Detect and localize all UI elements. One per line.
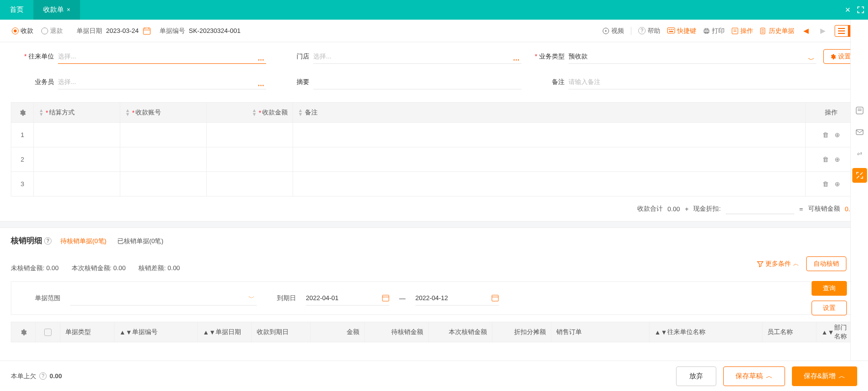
menu-icon[interactable]: ⋯ [258,78,264,93]
amt-unwrite: 未核销金额: 0.00 [11,264,59,273]
delete-icon[interactable]: 🗑 [822,180,829,188]
th-amount[interactable]: ▲▼*收款金额 [207,103,293,122]
menu-icon[interactable]: ⋯ [513,53,519,67]
top-tab-bar: 首页 收款单× × [0,0,868,20]
next-doc-icon[interactable]: ▶ [818,27,828,34]
table-row[interactable]: 3 🗑⊕ [11,171,857,196]
settlement-table: ▲▼*结算方式 ▲▼*收款账号 ▲▼*收款金额 ▲▼备注 操作 1 🗑⊕ 2 🗑… [11,102,857,196]
chevron-down-icon[interactable]: ﹀ [808,53,814,67]
table-gear-icon[interactable] [11,103,34,122]
dth-unit[interactable]: ▲▼往来单位名称 [650,322,762,342]
doc-date-label: 单据日期 [77,27,102,35]
tab-receipt[interactable]: 收款单× [33,0,80,20]
save-new-button[interactable]: 保存&新增︿ [792,366,857,386]
add-row-icon[interactable]: ⊕ [835,131,840,139]
fullscreen-icon[interactable] [857,6,864,13]
dth-date[interactable]: ▲▼单据日期 [198,322,252,342]
store-label: 门店 [266,52,313,61]
prev-doc-icon[interactable]: ◀ [801,27,811,34]
discard-button[interactable]: 放弃 [676,366,716,386]
store-input[interactable]: 选择...⋯ [313,49,521,64]
svg-rect-5 [673,29,674,30]
history-link[interactable]: 历史单据 [760,27,794,35]
tab-done[interactable]: 已核销单据(0笔) [117,237,163,246]
detail-gear-icon[interactable] [11,322,36,342]
rail-expand-icon[interactable] [852,168,867,183]
salesman-label: 业务员 [11,78,58,86]
writeoff-title: 核销明细? [11,236,52,246]
close-icon[interactable]: × [67,6,70,13]
query-button[interactable]: 查询 [812,281,847,296]
svg-rect-16 [856,130,863,135]
side-rail [850,20,868,361]
filter-box: 单据范围 ﹀ 到期日 2022-04-01 — 2022-04-12 查询 设置 [11,281,857,315]
date-to-input[interactable]: 2022-04-12 [415,291,499,306]
dth-emp[interactable]: 员工名称 [762,322,816,342]
table-row[interactable]: 2 🗑⊕ [11,147,857,171]
th-remark[interactable]: ▲▼备注 [293,103,806,122]
doc-header: 收款 退款 单据日期 2023-03-24 单据编号 SK-20230324-0… [0,20,868,42]
range-label: 单据范围 [21,294,60,303]
video-link[interactable]: 视频 [602,27,624,35]
summary-input[interactable] [313,75,521,89]
radio-refund[interactable]: 退款 [41,27,63,35]
dth-no[interactable]: ▲▼单据编号 [114,322,198,342]
date-from-input[interactable]: 2022-04-01 [306,291,389,306]
dth-type[interactable]: 单据类型 [60,322,114,342]
help-link[interactable]: ?帮助 [638,27,660,35]
add-row-icon[interactable]: ⊕ [835,180,840,188]
svg-rect-2 [668,28,675,33]
chevron-down-icon[interactable]: ﹀ [248,294,255,303]
dth-this[interactable]: 本次核销金额 [429,322,492,342]
range-select[interactable]: ﹀ [70,291,257,306]
radio-receive[interactable]: 收款 [12,27,33,35]
doc-no-value: SK-20230324-001 [189,27,241,34]
biztype-input[interactable]: 预收款 ﹀ [569,49,816,64]
dth-disc[interactable]: 折扣分摊额 [492,322,551,342]
calendar-icon[interactable] [143,27,151,35]
remark-input[interactable]: 请输入备注 [569,75,857,89]
help-icon[interactable]: ? [44,237,52,245]
calendar-icon[interactable] [382,294,389,302]
tab-pending[interactable]: 待核销单据(0笔) [60,237,107,246]
delete-icon[interactable]: 🗑 [822,131,829,139]
salesman-input[interactable]: 选择...⋯ [58,75,266,89]
th-settle[interactable]: ▲▼*结算方式 [34,103,120,122]
svg-rect-3 [669,29,670,30]
more-conditions[interactable]: 更多条件︿ [757,259,799,268]
rail-note-icon[interactable] [852,103,867,118]
svg-rect-13 [382,295,389,301]
save-draft-button[interactable]: 保存草稿︿ [723,366,785,386]
operate-link[interactable]: 操作 [732,27,753,35]
filter-settings-button[interactable]: 设置 [812,301,847,315]
dth-pending[interactable]: 待核销金额 [365,322,429,342]
discount-input[interactable] [726,203,794,214]
rail-msg-icon[interactable] [852,125,867,140]
sum-value: 0.00 [668,205,680,213]
tab-home[interactable]: 首页 [0,0,33,20]
doc-date-value[interactable]: 2023-03-24 [106,27,139,34]
view-list-icon[interactable] [835,26,848,36]
print-link[interactable]: 打印 [703,27,725,35]
th-acct[interactable]: ▲▼*收款账号 [120,103,207,122]
unit-input[interactable]: 选择...⋯ [58,49,266,64]
calendar-icon[interactable] [491,294,499,302]
help-icon[interactable]: ? [39,372,47,380]
select-all-checkbox[interactable] [44,329,52,336]
menu-icon[interactable]: ⋯ [258,53,264,67]
auto-writeoff-button[interactable]: 自动核销 [806,256,846,271]
delete-icon[interactable]: 🗑 [822,156,829,163]
dth-amt[interactable]: 金额 [311,322,365,342]
chevron-up-icon: ︿ [839,372,845,381]
amt-diff: 核销差额: 0.00 [138,264,180,273]
summary-label: 摘要 [266,78,313,86]
chevron-up-icon: ︿ [766,372,773,381]
shortcut-link[interactable]: 快捷键 [667,27,696,35]
doc-no-label: 单据编号 [160,27,185,35]
window-close-icon[interactable]: × [845,5,850,15]
table-row[interactable]: 1 🗑⊕ [11,122,857,147]
rail-link-icon[interactable] [852,146,867,161]
dth-due[interactable]: 收款到期日 [252,322,311,342]
dth-order[interactable]: 销售订单 [551,322,650,342]
add-row-icon[interactable]: ⊕ [835,156,840,163]
